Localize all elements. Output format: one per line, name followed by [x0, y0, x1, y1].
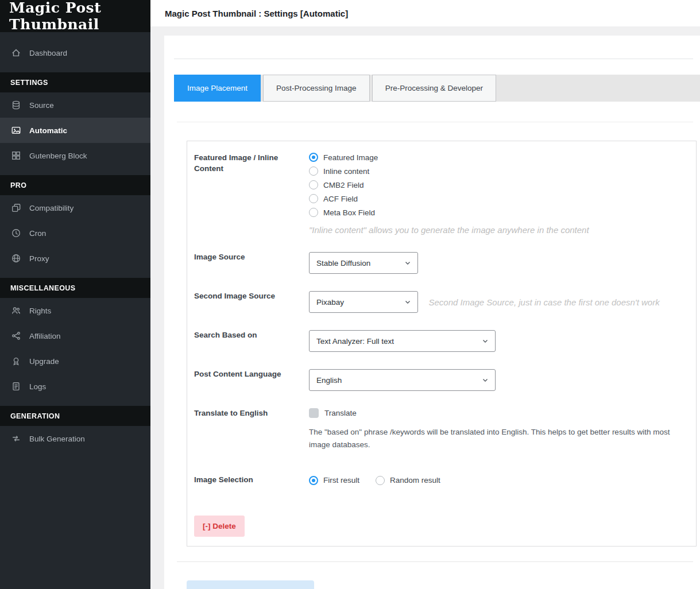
sidebar-item-rights[interactable]: Rights: [0, 298, 150, 323]
field-label-image-selection: Image Selection: [194, 475, 309, 486]
second-image-source-control: Pixabay Second Image Source, just in cas…: [309, 291, 689, 313]
select-value: Pixabay: [316, 298, 344, 307]
radio-icon: [309, 153, 318, 162]
radio-inline-content[interactable]: Inline content: [309, 166, 369, 176]
chevron-down-icon: [481, 337, 489, 345]
radio-label: Meta Box Field: [323, 208, 375, 217]
image-icon: [10, 125, 22, 136]
radio-featured-image[interactable]: Featured Image: [309, 153, 378, 162]
field-label-placement: Featured Image / Inline Content: [194, 153, 309, 235]
sidebar-item-logs[interactable]: Logs: [0, 374, 150, 399]
sidebar-item-proxy[interactable]: Proxy: [0, 246, 150, 271]
sidebar-item-label: Automatic: [29, 126, 67, 135]
app-logo: Magic Post Thumbnail: [0, 0, 150, 32]
field-label-second-image-source: Second Image Source: [194, 291, 309, 313]
sidebar-section-settings: SETTINGS: [0, 72, 150, 92]
radio-meta-box-field[interactable]: Meta Box Field: [309, 208, 375, 217]
tab-bar: Image Placement Post-Processing Image Pr…: [174, 75, 700, 102]
document-icon: [10, 381, 22, 392]
chevron-down-icon: [404, 259, 412, 267]
tab-pre-processing-developer[interactable]: Pre-Processing & Developer: [372, 75, 496, 102]
radio-label: CMB2 Field: [323, 181, 364, 189]
arrows-icon: [10, 433, 22, 444]
sidebar-item-automatic[interactable]: Automatic: [0, 118, 150, 143]
image-source-select[interactable]: Stable Diffusion: [309, 252, 418, 274]
radio-icon: [309, 166, 318, 176]
settings-card: Image Placement Post-Processing Image Pr…: [164, 36, 700, 589]
sidebar-item-source[interactable]: Source: [0, 92, 150, 118]
translate-checkbox[interactable]: Translate: [309, 408, 357, 418]
content-divider-top: [177, 122, 693, 122]
sidebar-section-pro: PRO: [0, 175, 150, 195]
search-based-on-select[interactable]: Text Analyzer: Full text: [309, 330, 496, 352]
topbar: Magic Post Thumbnail : Settings [Automat…: [150, 0, 700, 26]
sidebar-item-label: Proxy: [29, 254, 49, 263]
network-icon: [10, 330, 22, 342]
sidebar-item-label: Cron: [29, 229, 46, 238]
row-post-content-language: Post Content Language English: [194, 369, 689, 391]
sidebar-item-dashboard[interactable]: Dashboard: [0, 40, 150, 65]
sidebar-item-compatibility[interactable]: Compatibility: [0, 195, 150, 220]
row-image-source: Image Source Stable Diffusion: [194, 252, 689, 274]
placement-options: Featured Image Inline content CMB2 Field…: [309, 153, 689, 235]
sidebar: Magic Post Thumbnail Dashboard SETTINGS …: [0, 0, 150, 589]
sidebar-item-label: Rights: [29, 307, 51, 315]
chevron-down-icon: [481, 376, 489, 384]
database-icon: [10, 99, 22, 111]
radio-first-result[interactable]: First result: [309, 476, 359, 485]
second-image-source-select[interactable]: Pixabay: [309, 291, 418, 313]
radio-icon: [309, 194, 318, 203]
card-divider: [174, 59, 693, 59]
row-placement: Featured Image / Inline Content Featured…: [194, 153, 689, 235]
radio-label: Featured Image: [323, 153, 378, 162]
radio-label: First result: [323, 476, 359, 485]
add-image-location-button[interactable]: [+] ADD AN IMAGE LOCATION: [187, 580, 314, 589]
sidebar-item-label: Upgrade: [29, 357, 59, 366]
translate-help-text: The "based on" phrase /keywords will be …: [309, 426, 685, 451]
award-icon: [10, 355, 22, 367]
radio-acf-field[interactable]: ACF Field: [309, 194, 358, 203]
sidebar-item-label: Gutenberg Block: [29, 152, 87, 160]
sidebar-item-label: Affiliation: [29, 332, 61, 340]
radio-cmb2-field[interactable]: CMB2 Field: [309, 180, 364, 189]
content-divider-bottom: [177, 561, 693, 562]
radio-random-result[interactable]: Random result: [376, 476, 440, 485]
sidebar-section-miscellaneous: MISCELLANEOUS: [0, 278, 150, 298]
image-source-control: Stable Diffusion: [309, 252, 689, 274]
post-content-language-control: English: [309, 369, 689, 391]
home-icon: [10, 47, 22, 59]
radio-label: ACF Field: [323, 195, 358, 203]
field-label-search-based-on: Search Based on: [194, 330, 309, 352]
sidebar-item-affiliation[interactable]: Affiliation: [0, 323, 150, 348]
sidebar-item-label: Dashboard: [29, 49, 67, 57]
sidebar-item-gutenberg-block[interactable]: Gutenberg Block: [0, 143, 150, 168]
layers-icon: [10, 202, 22, 214]
sidebar-item-label: Bulk Generation: [29, 435, 85, 443]
clock-icon: [10, 227, 22, 239]
sidebar-item-upgrade[interactable]: Upgrade: [0, 348, 150, 374]
row-translate: Translate to English Translate The "base…: [194, 408, 689, 451]
sidebar-item-cron[interactable]: Cron: [0, 220, 150, 246]
placement-note: "Inline content" allows you to generate …: [309, 225, 689, 235]
tab-image-placement[interactable]: Image Placement: [174, 75, 261, 102]
field-label-post-content-language: Post Content Language: [194, 369, 309, 391]
field-label-image-source: Image Source: [194, 252, 309, 274]
radio-icon: [376, 476, 385, 485]
globe-icon: [10, 253, 22, 264]
select-value: English: [316, 376, 342, 385]
radio-icon: [309, 208, 318, 217]
select-value: Text Analyzer: Full text: [316, 337, 394, 346]
sidebar-item-label: Compatibility: [29, 204, 74, 212]
main-content: Magic Post Thumbnail : Settings [Automat…: [150, 0, 700, 589]
sidebar-item-label: Source: [29, 101, 54, 110]
radio-label: Random result: [390, 476, 440, 485]
row-second-image-source: Second Image Source Pixabay Second Image…: [194, 291, 689, 313]
search-based-on-control: Text Analyzer: Full text: [309, 330, 689, 352]
tab-post-processing-image[interactable]: Post-Processing Image: [263, 75, 370, 102]
delete-button[interactable]: [-] Delete: [194, 516, 245, 537]
sidebar-item-bulk-generation[interactable]: Bulk Generation: [0, 426, 150, 451]
image-location-box: Featured Image / Inline Content Featured…: [187, 141, 697, 547]
chevron-down-icon: [404, 298, 412, 306]
post-content-language-select[interactable]: English: [309, 369, 496, 391]
checkbox-icon: [309, 408, 319, 418]
